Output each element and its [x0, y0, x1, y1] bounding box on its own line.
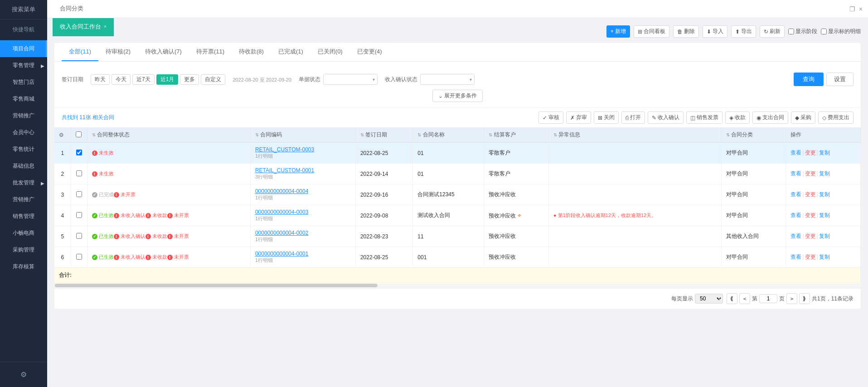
query-button[interactable]: 查询 — [794, 73, 824, 86]
status-tab-closed[interactable]: 已关闭(0) — [310, 43, 350, 61]
contract-code-link[interactable]: RETAIL_CUSTOM-0003 — [255, 146, 351, 153]
op-查看[interactable]: 查看 — [790, 212, 801, 218]
status-tab-all[interactable]: 全部(11) — [62, 43, 98, 61]
date-btn-yesterday[interactable]: 昨天 — [91, 74, 110, 85]
last-page-button[interactable]: ⟫ — [799, 293, 810, 304]
status-tab-completed[interactable]: 已完成(1) — [271, 43, 310, 61]
op-复制[interactable]: 复制 — [819, 254, 830, 260]
doc-status-select[interactable] — [323, 74, 378, 85]
date-btn-custom[interactable]: 自定义 — [201, 74, 225, 85]
tab-close-icon[interactable]: × — [86, 6, 89, 11]
route-icon[interactable]: ⌖ — [518, 212, 521, 219]
delete-button[interactable]: 🗑 删除 — [673, 25, 699, 38]
action-btn-sales-invoice[interactable]: ◫销售发票 — [686, 111, 723, 124]
row-checkbox[interactable] — [76, 191, 82, 197]
status-tab-pending-invoice[interactable]: 待开票(11) — [189, 43, 232, 61]
sidebar-item-member-center[interactable]: 会员中心 — [0, 124, 47, 141]
op-查看[interactable]: 查看 — [790, 150, 801, 156]
row-checkbox[interactable] — [76, 150, 82, 155]
sidebar-search[interactable]: 搜索菜单 — [0, 0, 47, 19]
op-变更[interactable]: 变更 — [805, 212, 816, 218]
op-复制[interactable]: 复制 — [819, 212, 830, 218]
sidebar-item-retail-stats[interactable]: 零售统计 — [0, 141, 47, 158]
op-查看[interactable]: 查看 — [790, 233, 801, 239]
th-settings[interactable]: ⚙ — [54, 127, 71, 143]
action-btn-abandon[interactable]: ✗弃审 — [566, 111, 591, 124]
contract-code-link[interactable]: 0000000000004-0002 — [255, 230, 351, 236]
status-tab-changed[interactable]: 已变更(4) — [350, 43, 389, 61]
sidebar-item-project-contract[interactable]: 项目合同 — [0, 40, 47, 57]
export-button[interactable]: ⬆ 导出 — [731, 25, 756, 38]
show-stages-checkbox[interactable]: 显示阶段 — [788, 28, 817, 35]
sidebar-item-basic-info[interactable]: 基础信息 — [0, 158, 47, 174]
set-button[interactable]: 设置 — [826, 73, 853, 86]
date-btn-1month[interactable]: 近1月 — [156, 74, 179, 85]
row-checkbox[interactable] — [76, 254, 82, 260]
op-变更[interactable]: 变更 — [805, 150, 816, 156]
op-变更[interactable]: 变更 — [805, 254, 816, 260]
sidebar-item-retail-mgmt[interactable]: 零售管理▶ — [0, 57, 47, 74]
sidebar-item-smart-store[interactable]: 智慧门店 — [0, 74, 47, 91]
op-变更[interactable]: 变更 — [805, 170, 816, 177]
op-复制[interactable]: 复制 — [819, 170, 830, 177]
income-confirm-select[interactable] — [420, 74, 475, 85]
settings-icon[interactable]: ⚙ — [0, 367, 47, 382]
show-marked-details-checkbox[interactable]: 显示标的明细 — [821, 28, 861, 35]
status-tab-pending-review[interactable]: 待审核(2) — [98, 43, 138, 61]
select-all-checkbox[interactable] — [76, 131, 82, 137]
action-btn-purchase[interactable]: ◆采购 — [791, 111, 815, 124]
sidebar-item-marketing[interactable]: 营销推广 — [0, 107, 47, 124]
op-复制[interactable]: 复制 — [819, 233, 830, 239]
action-btn-expense[interactable]: ◇费用支出 — [818, 111, 853, 124]
sidebar-item-purchase-mgmt[interactable]: 采购管理 — [0, 242, 47, 258]
action-btn-close[interactable]: ⊠关闭 — [594, 111, 619, 124]
page-size-select[interactable]: 50 — [695, 294, 723, 304]
status-tab-pending-payment[interactable]: 待收款(8) — [232, 43, 271, 61]
horizontal-scrollbar[interactable] — [54, 284, 861, 288]
sidebar-item-xiaochu[interactable]: 小畅电商 — [0, 225, 47, 242]
quick-nav-label[interactable]: 快捷导航 — [0, 23, 47, 36]
sidebar-item-retail-mall[interactable]: 零售商城 — [0, 91, 47, 107]
scrollbar-thumb[interactable] — [55, 284, 378, 287]
row-checkbox[interactable] — [76, 170, 82, 176]
contract-code-link[interactable]: RETAIL_CUSTOM-0001 — [255, 167, 351, 174]
op-复制[interactable]: 复制 — [819, 150, 830, 156]
row-checkbox[interactable] — [76, 233, 82, 239]
op-查看[interactable]: 查看 — [790, 254, 801, 260]
first-page-button[interactable]: ⟪ — [727, 293, 737, 304]
action-btn-pay-contract[interactable]: ◉支出合同 — [752, 111, 788, 124]
op-查看[interactable]: 查看 — [790, 170, 801, 177]
tab-contract-category[interactable]: 合同分类× — [53, 0, 114, 18]
restore-button[interactable]: ❐ — [849, 5, 855, 13]
op-变更[interactable]: 变更 — [805, 233, 816, 239]
date-btn-7days[interactable]: 近7天 — [132, 74, 155, 85]
new-button[interactable]: + 新增 — [606, 25, 630, 38]
row-checkbox[interactable] — [76, 212, 82, 218]
sidebar-item-wholesale-mgmt[interactable]: 批发管理▶ — [0, 174, 47, 191]
expand-button[interactable]: ⌄ 展开更多条件 — [432, 90, 483, 102]
date-btn-today[interactable]: 今天 — [112, 74, 131, 85]
import-button[interactable]: ⬇ 导入 — [703, 25, 727, 38]
close-button[interactable]: × — [859, 5, 863, 13]
contract-board-button[interactable]: ⊞ 合同看板 — [634, 25, 669, 38]
action-btn-review[interactable]: ✓审核 — [538, 111, 563, 124]
status-tab-pending-income-confirm[interactable]: 待收入确认(7) — [138, 43, 189, 61]
page-number-input[interactable] — [759, 294, 777, 303]
op-变更[interactable]: 变更 — [805, 191, 816, 198]
th-checkbox[interactable] — [71, 127, 87, 143]
prev-page-button[interactable]: ＜ — [739, 293, 750, 304]
tab-income-workbench[interactable]: 收入合同工作台× — [53, 18, 114, 36]
tab-close-icon[interactable]: × — [104, 24, 107, 29]
next-page-button[interactable]: ＞ — [786, 293, 797, 304]
sidebar-item-marketing2[interactable]: 营销推广 — [0, 191, 47, 208]
op-复制[interactable]: 复制 — [819, 191, 830, 198]
sidebar-quick-nav[interactable]: 快捷导航 — [0, 19, 47, 40]
action-btn-print[interactable]: ⎙打开 — [621, 111, 645, 124]
refresh-button[interactable]: ↻ 刷新 — [760, 25, 785, 38]
sidebar-item-sales-mgmt[interactable]: 销售管理 — [0, 208, 47, 225]
action-btn-income-confirm[interactable]: ✎收入确认 — [648, 111, 684, 124]
date-btn-more[interactable]: 更多 — [180, 74, 199, 85]
op-查看[interactable]: 查看 — [790, 191, 801, 198]
action-btn-collection[interactable]: ◈收款 — [725, 111, 750, 124]
sidebar-item-inventory[interactable]: 库存核算 — [0, 258, 47, 275]
